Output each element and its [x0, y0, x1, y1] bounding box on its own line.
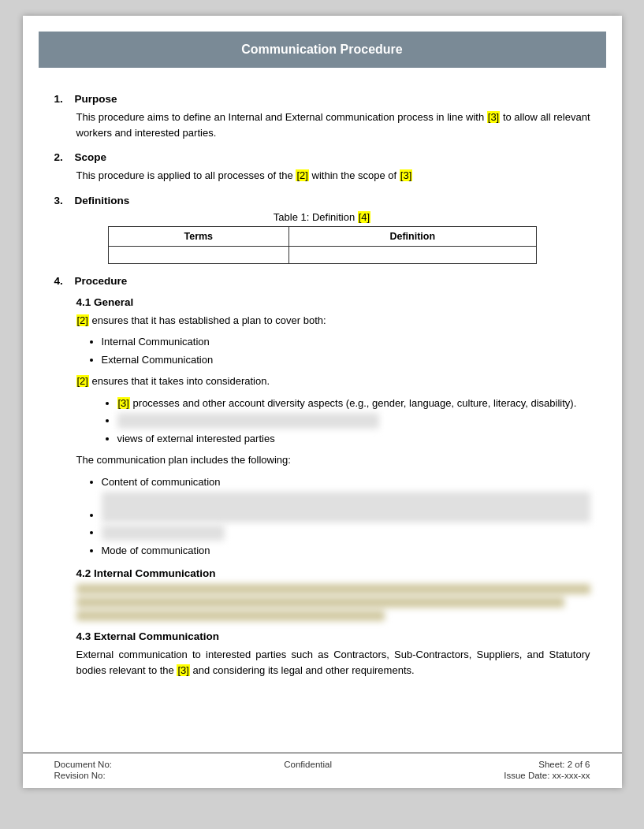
- list-item-blurred-2: xxxxxxxxxxxxxxxxxxxxxxxx: [102, 525, 590, 541]
- ref-2-1: [2]: [296, 169, 308, 181]
- table-row: [108, 246, 536, 263]
- general-text-1: [2] ensures that it has established a pl…: [76, 313, 590, 329]
- general-text-2: [2] ensures that it takes into considera…: [76, 374, 590, 389]
- document-page: Communication Procedure 1. Purpose This …: [23, 16, 622, 788]
- ref-2-3: [2]: [76, 375, 89, 387]
- external-comm-text: External communication to interested par…: [76, 647, 590, 678]
- table-cell-definition: [289, 246, 536, 263]
- list-item-blurred: xxxxxxxxxxxxxxxxxx xxxxxxxxxxx xxxx xxxx…: [117, 413, 590, 429]
- table-caption: Table 1: Definition [4]: [54, 211, 590, 223]
- section-3-heading: 3. Definitions: [54, 195, 590, 206]
- table-cell-term: [108, 246, 289, 263]
- internal-comm-blurred: [76, 584, 590, 621]
- list-item: Mode of communication: [102, 543, 590, 559]
- list-item-blurred: xxxxxxxxxxxxxxxx xxxxxxxxxx xxxx xxxxxxx…: [102, 492, 590, 522]
- section-2-text: This procedure is applied to all process…: [76, 168, 590, 184]
- document-content: 1. Purpose This procedure aims to define…: [23, 68, 622, 753]
- list-item: [3] processes and other account diversit…: [117, 396, 590, 411]
- ref-2-2: [2]: [76, 314, 89, 326]
- general-bullets-2: [3] processes and other account diversit…: [117, 396, 590, 447]
- list-item: Internal Communication: [102, 334, 590, 350]
- confidential-label: Confidential: [284, 760, 332, 769]
- list-item: views of external interested parties: [117, 431, 590, 447]
- ref-3-2: [3]: [400, 169, 412, 181]
- ref-4-1: [4]: [358, 211, 370, 223]
- list-item: Content of communication: [102, 474, 590, 490]
- section-4-heading: 4. Procedure: [54, 275, 590, 287]
- subsection-43-heading: 4.3 External Communication: [76, 630, 590, 642]
- list-item: External Communication: [102, 352, 590, 368]
- footer-right: Sheet: 2 of 6 Issue Date: xx-xxx-xx: [504, 760, 590, 780]
- ref-3-4: [3]: [177, 664, 189, 676]
- footer-left: Document No: Revision No:: [54, 760, 113, 780]
- subsection-42-heading: 4.2 Internal Communication: [76, 567, 590, 579]
- section-1-text: This procedure aims to define an Interna…: [76, 110, 590, 140]
- rev-no-label: Revision No:: [54, 771, 113, 780]
- section-2-heading: 2. Scope: [54, 151, 590, 163]
- definition-table: Terms Definition: [108, 226, 537, 264]
- comm-plan-text: The communication plan includes the foll…: [76, 452, 590, 468]
- document-title: Communication Procedure: [39, 32, 606, 68]
- document-footer: Document No: Revision No: Confidential S…: [23, 753, 622, 788]
- subsection-41-heading: 4.1 General: [76, 296, 590, 308]
- section-1-heading: 1. Purpose: [54, 93, 590, 105]
- ref-3-3: [3]: [117, 397, 130, 409]
- general-bullets-1: Internal Communication External Communic…: [102, 334, 590, 367]
- table-header-definition: Definition: [289, 226, 536, 246]
- comm-plan-bullets: Content of communication xxxxxxxxxxxxxxx…: [102, 474, 590, 559]
- issue-date-label: Issue Date: xx-xxx-xx: [504, 771, 590, 780]
- ref-3-1: [3]: [487, 111, 500, 123]
- footer-center: Confidential: [284, 760, 332, 780]
- doc-no-label: Document No:: [54, 760, 113, 769]
- table-header-terms: Terms: [108, 226, 289, 246]
- sheet-label: Sheet: 2 of 6: [504, 760, 590, 769]
